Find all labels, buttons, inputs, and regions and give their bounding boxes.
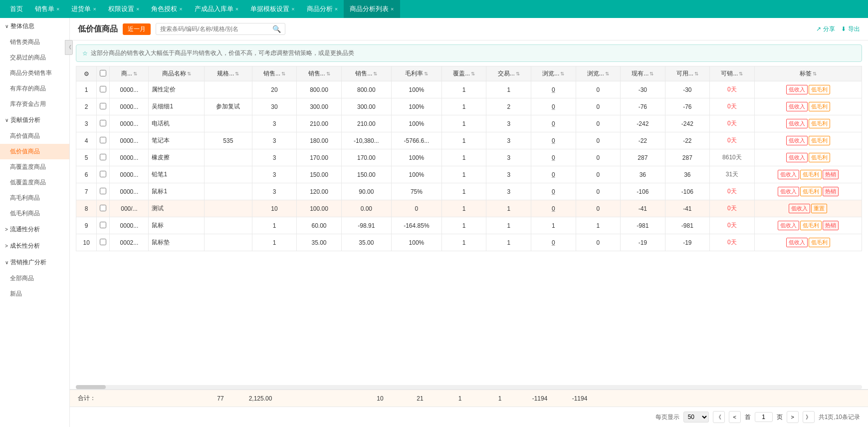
nav-home[interactable]: 首页 [4,0,29,18]
row-checkbox[interactable] [100,137,106,143]
row-checkbox[interactable] [100,154,106,160]
nav-template-setting[interactable]: 单据模板设置 × [244,0,300,18]
cell-checkbox[interactable] [97,132,110,149]
close-icon[interactable]: × [235,6,238,12]
nav-purchase-order[interactable]: 进货单 × [65,0,102,18]
horizontal-scrollbar[interactable] [76,385,862,389]
search-icon[interactable]: 🔍 [272,25,281,33]
cell-browse1[interactable]: 0 [531,132,576,149]
cell-browse1[interactable]: 0 [531,149,576,166]
close-icon[interactable]: × [179,6,182,12]
close-icon[interactable]: × [391,6,394,12]
close-icon[interactable]: × [335,6,338,12]
sidebar-item-all-goods[interactable]: 全部商品 [0,271,69,286]
cell-checkbox[interactable] [97,149,110,166]
page-number-input[interactable] [755,412,773,422]
sidebar-group-growth[interactable]: > 成长性分析 [0,238,69,254]
nav-role-auth[interactable]: 角色授权 × [145,0,188,18]
sidebar-item-low-value[interactable]: 低价值商品 [0,144,69,159]
next-page-button[interactable]: > [787,411,799,423]
sidebar-group-contribution[interactable]: ∨ 贡献值分析 [0,112,69,128]
scroll-thumb[interactable] [76,385,106,389]
sidebar-collapse-button[interactable]: 《 [65,40,73,55]
row-checkbox[interactable] [100,86,106,92]
cell-browse1[interactable]: 1 [531,217,576,234]
th-current[interactable]: 现有...⇅ [621,66,665,81]
close-icon[interactable]: × [56,6,59,12]
cell-browse1[interactable]: 0 [531,98,576,115]
sidebar-item-traded-goods[interactable]: 交易过的商品 [0,50,69,65]
cell-num: 1 [76,81,97,98]
sidebar-item-low-coverage[interactable]: 低覆盖度商品 [0,175,69,190]
sidebar-group-circulation[interactable]: > 流通性分析 [0,221,69,238]
cell-checkbox[interactable] [97,166,110,183]
th-name[interactable]: 商品名称⇅ [149,66,205,81]
sidebar-item-low-profit[interactable]: 低毛利商品 [0,206,69,221]
row-checkbox[interactable] [100,171,106,177]
sidebar-item-high-profit[interactable]: 高毛利商品 [0,190,69,206]
share-button[interactable]: ↗ 分享 [816,25,835,33]
th-profit-rate[interactable]: 毛利率⇅ [391,66,441,81]
row-checkbox[interactable] [100,103,106,109]
cell-code: 0000... [110,166,149,183]
sidebar-group-overall[interactable]: ∨ 整体信息 [0,18,69,34]
nav-product-instock[interactable]: 产成品入库单 × [189,0,244,18]
last-page-button[interactable]: 》 [803,411,815,423]
row-checkbox[interactable] [100,239,106,245]
cell-checkbox[interactable] [97,183,110,200]
nav-permission[interactable]: 权限设置 × [102,0,145,18]
th-sellable[interactable]: 可销...⇅ [710,66,755,81]
sidebar-item-new-goods[interactable]: 新品 [0,286,69,302]
th-sale3[interactable]: 销售...⇅ [341,66,391,81]
search-input[interactable] [160,25,269,32]
cell-browse1[interactable]: 0 [531,234,576,251]
th-coverage[interactable]: 覆盖...⇅ [441,66,486,81]
sidebar-item-category-sales-rate[interactable]: 商品分类销售率 [0,65,69,81]
sidebar-item-high-coverage[interactable]: 高覆盖度商品 [0,159,69,175]
th-trade[interactable]: 交易...⇅ [486,66,531,81]
nav-product-analysis-list[interactable]: 商品分析列表 × [344,0,400,18]
th-tags[interactable]: 标签⇅ [754,66,862,81]
prev-page-button[interactable]: < [729,411,741,423]
close-icon[interactable]: × [291,6,294,12]
export-button[interactable]: ⬇ 导出 [841,25,860,33]
th-browse2[interactable]: 浏览...⇅ [576,66,621,81]
th-spec[interactable]: 规格...⇅ [204,66,252,81]
sidebar-item-high-value[interactable]: 高价值商品 [0,128,69,144]
cell-checkbox[interactable] [97,115,110,132]
time-filter-button[interactable]: 近一月 [123,23,151,35]
row-checkbox[interactable] [100,188,106,194]
sidebar-item-stock-goods[interactable]: 有库存的商品 [0,81,69,96]
th-sale2[interactable]: 销售...⇅ [297,66,342,81]
cell-checkbox[interactable] [97,81,110,98]
row-checkbox[interactable] [100,205,106,211]
th-code[interactable]: 商...⇅ [110,66,149,81]
sidebar-item-sales-goods[interactable]: 销售类商品 [0,34,69,50]
th-sale1[interactable]: 销售...⇅ [252,66,297,81]
select-all-checkbox[interactable] [100,70,106,76]
close-icon[interactable]: × [93,6,96,12]
first-page-button[interactable]: 《 [713,411,725,423]
cell-checkbox[interactable] [97,234,110,251]
th-settings[interactable]: ⚙ [76,66,97,81]
nav-product-analysis[interactable]: 商品分析 × [301,0,344,18]
cell-checkbox[interactable] [97,98,110,115]
th-browse1[interactable]: 浏览...⇅ [531,66,576,81]
cell-checkbox[interactable] [97,200,110,217]
row-checkbox[interactable] [100,222,106,228]
sidebar-group-marketing[interactable]: ∨ 营销推广分析 [0,254,69,271]
cell-browse1[interactable]: 0 [531,166,576,183]
cell-browse1[interactable]: 0 [531,115,576,132]
cell-checkbox[interactable] [97,217,110,234]
cell-browse1[interactable]: 0 [531,183,576,200]
th-checkbox[interactable] [97,66,110,81]
cell-browse1[interactable]: 0 [531,81,576,98]
cell-browse1[interactable]: 0 [531,200,576,217]
nav-sales-order[interactable]: 销售单 × [29,0,65,18]
row-checkbox[interactable] [100,120,106,126]
cell-sellable: 0天 [710,217,755,234]
page-size-select[interactable]: 50 100 200 [683,412,709,423]
th-available[interactable]: 可用...⇅ [665,66,710,81]
sidebar-item-stock-capital[interactable]: 库存资金占用 [0,96,69,112]
close-icon[interactable]: × [136,6,139,12]
